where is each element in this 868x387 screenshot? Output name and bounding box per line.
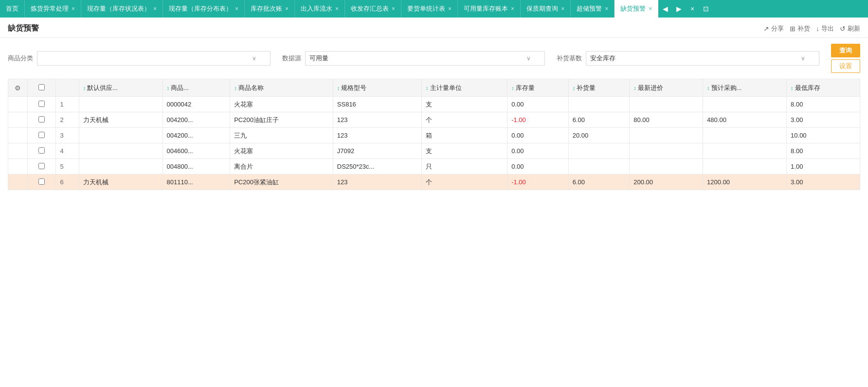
export-button[interactable]: ↓ 导出 xyxy=(816,24,834,33)
row-unit: 箱 xyxy=(422,128,507,143)
tab-inventory-status-close[interactable]: × xyxy=(153,5,157,12)
row-checkbox-cell[interactable] xyxy=(28,128,56,143)
tab-shortage-warning[interactable]: 缺货预警 × xyxy=(615,0,658,18)
tab-abnormal-close[interactable]: × xyxy=(72,5,75,12)
tab-inventory-dist[interactable]: 现存量（库存分布表） × xyxy=(163,0,245,18)
th-replenish-qty[interactable]: ↕ 补货量 xyxy=(568,79,630,97)
row-product-code: 004200... xyxy=(163,112,230,128)
row-checkbox[interactable] xyxy=(38,116,45,123)
row-checkbox[interactable] xyxy=(38,163,45,169)
th-spec-sort-icon: ↕ xyxy=(337,85,340,91)
category-label: 商品分类 xyxy=(8,54,33,63)
th-min-stock[interactable]: ↕ 最低库存 xyxy=(787,79,860,97)
tab-shortage-warning-label: 缺货预警 xyxy=(620,4,646,13)
row-unit: 支 xyxy=(422,97,507,112)
table-row: 5004800...离合片DS250*23c...只0.001.00 xyxy=(8,159,860,175)
row-product-name: 三九 xyxy=(230,128,333,143)
row-spec: DS250*23c... xyxy=(333,159,421,175)
th-spec[interactable]: ↕ 规格型号 xyxy=(333,79,421,97)
row-gear-cell xyxy=(8,159,28,175)
row-checkbox-cell[interactable] xyxy=(28,97,56,112)
th-checkbox[interactable] xyxy=(28,79,56,97)
tab-expiry-query-close[interactable]: × xyxy=(561,5,564,12)
row-min-stock: 1.00 xyxy=(787,159,860,175)
row-latest-price xyxy=(630,143,703,159)
th-gear[interactable]: ⚙ xyxy=(8,79,28,97)
th-unit[interactable]: ↕ 主计量单位 xyxy=(422,79,507,97)
tab-in-out-flow[interactable]: 出入库流水 × xyxy=(295,0,345,18)
th-inventory-sort-icon: ↕ xyxy=(511,85,514,91)
row-checkbox-cell[interactable] xyxy=(28,143,56,159)
row-spec: 123 xyxy=(333,175,421,190)
replenish-button[interactable]: ⊞ 补货 xyxy=(790,24,810,33)
row-product-code: 801110... xyxy=(163,175,230,190)
tab-inventory-status-label: 现存量（库存状况表） xyxy=(87,4,150,13)
row-min-stock: 3.00 xyxy=(787,175,860,190)
category-select[interactable]: ∨ xyxy=(37,51,271,66)
row-checkbox[interactable] xyxy=(38,178,45,185)
tab-expiry-query[interactable]: 保质期查询 × xyxy=(521,0,571,18)
tab-receive-summary-close[interactable]: × xyxy=(392,5,395,12)
th-unit-sort-icon: ↕ xyxy=(426,85,429,91)
tab-nav-expand[interactable]: ⊡ xyxy=(699,0,713,18)
tab-abnormal[interactable]: 炼货异常处理 × xyxy=(25,0,81,18)
tab-batch-account-close[interactable]: × xyxy=(285,5,289,12)
row-checkbox-cell[interactable] xyxy=(28,175,56,190)
row-default-supplier xyxy=(79,143,163,159)
tab-nav-close[interactable]: × xyxy=(686,0,699,18)
tab-home[interactable]: 首页 xyxy=(0,0,25,18)
tab-inventory-dist-close[interactable]: × xyxy=(235,5,238,12)
filter-actions: 查询 设置 xyxy=(831,44,860,73)
row-default-supplier: 力天机械 xyxy=(79,112,163,128)
datasource-chevron-icon: ∨ xyxy=(526,55,531,62)
tab-inventory-status[interactable]: 现存量（库存状况表） × xyxy=(81,0,163,18)
row-checkbox[interactable] xyxy=(38,101,45,107)
tab-nav-prev[interactable]: ◀ xyxy=(658,0,672,18)
row-replenish-qty xyxy=(568,143,630,159)
row-spec: SS816 xyxy=(333,97,421,112)
th-product-name[interactable]: ↕ 商品名称 xyxy=(230,79,333,97)
refresh-button[interactable]: ↺ 刷新 xyxy=(840,24,860,33)
th-inventory[interactable]: ↕ 库存量 xyxy=(507,79,569,97)
tab-available-ledger[interactable]: 可用量库存账本 × xyxy=(458,0,521,18)
row-checkbox[interactable] xyxy=(38,147,45,154)
tab-requisition-stat-close[interactable]: × xyxy=(448,5,452,12)
row-estimated-purchase xyxy=(703,159,787,175)
table-header-row: ⚙ ↕ 默认供应... ↕ 商 xyxy=(8,79,860,97)
row-gear-cell xyxy=(8,175,28,190)
select-all-checkbox[interactable] xyxy=(38,84,45,90)
th-latest-price[interactable]: ↕ 最新进价 xyxy=(630,79,703,97)
tab-shortage-warning-close[interactable]: × xyxy=(649,5,652,12)
gear-icon[interactable]: ⚙ xyxy=(13,83,23,93)
tab-home-label: 首页 xyxy=(6,4,18,13)
tab-overstock-warning[interactable]: 超储预警 × xyxy=(571,0,615,18)
settings-button[interactable]: 设置 xyxy=(831,59,860,73)
share-button[interactable]: ↗ 分享 xyxy=(763,24,784,33)
row-checkbox-cell[interactable] xyxy=(28,112,56,128)
th-estimated-purchase[interactable]: ↕ 预计采购... xyxy=(703,79,787,97)
row-checkbox[interactable] xyxy=(38,132,45,138)
tab-batch-account-label: 库存批次账 xyxy=(251,4,282,13)
tab-nav-next[interactable]: ▶ xyxy=(672,0,686,18)
row-unit: 个 xyxy=(422,175,507,190)
th-estimated-purchase-sort-icon: ↕ xyxy=(707,85,710,91)
th-default-supplier[interactable]: ↕ 默认供应... xyxy=(79,79,163,97)
tab-inventory-dist-label: 现存量（库存分布表） xyxy=(169,4,232,13)
table-row: 3004200...三九123箱0.0020.0010.00 xyxy=(8,128,860,143)
tab-batch-account[interactable]: 库存批次账 × xyxy=(245,0,295,18)
row-default-supplier xyxy=(79,159,163,175)
tab-requisition-stat[interactable]: 要货单统计表 × xyxy=(401,0,458,18)
row-latest-price: 200.00 xyxy=(630,175,703,190)
row-replenish-qty xyxy=(568,159,630,175)
tab-available-ledger-close[interactable]: × xyxy=(511,5,514,12)
tab-in-out-flow-close[interactable]: × xyxy=(335,5,339,12)
th-product-code[interactable]: ↕ 商品... xyxy=(163,79,230,97)
th-latest-price-sort-icon: ↕ xyxy=(633,85,636,91)
tab-overstock-warning-close[interactable]: × xyxy=(605,5,608,12)
query-button[interactable]: 查询 xyxy=(831,44,860,57)
tab-receive-summary[interactable]: 收发存汇总表 × xyxy=(345,0,401,18)
datasource-select[interactable]: 可用量 ∨ xyxy=(305,51,545,66)
th-replenish-qty-sort-icon: ↕ xyxy=(573,85,576,91)
row-checkbox-cell[interactable] xyxy=(28,159,56,175)
replenish-base-select[interactable]: 安全库存 ∨ xyxy=(586,51,819,66)
